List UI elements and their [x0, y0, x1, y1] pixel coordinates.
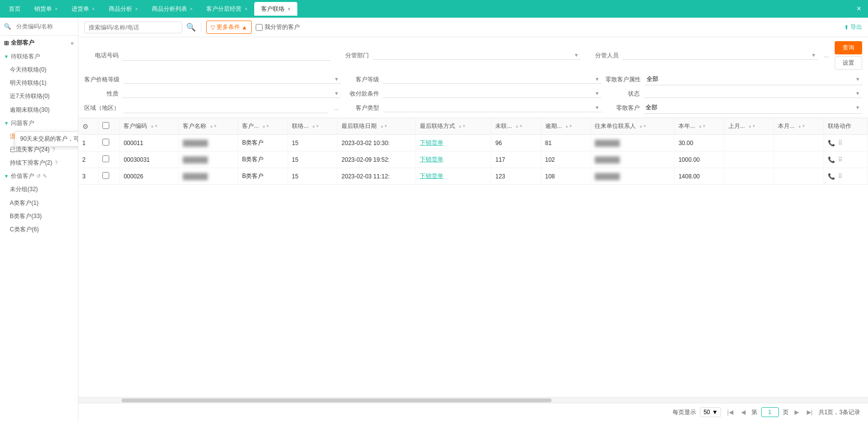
- filter-person-select[interactable]: ▼: [623, 51, 818, 60]
- last-method-link[interactable]: 下销货单: [420, 139, 443, 146]
- sort-name-icon[interactable]: ▲▼: [210, 124, 217, 128]
- select-all-checkbox[interactable]: [102, 122, 109, 129]
- col-this-year-label: 本年...: [678, 123, 695, 129]
- tab-customer-contact-close[interactable]: ×: [288, 6, 290, 12]
- tab-goods-analysis-close[interactable]: ×: [135, 6, 138, 12]
- sort-last-date-icon[interactable]: ▲▼: [380, 124, 388, 128]
- filter-retail-customer-select[interactable]: 全部▼: [644, 102, 862, 114]
- search-button[interactable]: 🔍: [186, 23, 196, 32]
- prev-page-btn[interactable]: ◀: [739, 408, 747, 417]
- sidebar-search-input[interactable]: [13, 22, 74, 31]
- sidebar-group-churn[interactable]: ▼ 问题客户: [0, 117, 78, 130]
- more-btn-2[interactable]: ...: [332, 104, 341, 111]
- edit-icon[interactable]: ✎: [43, 173, 47, 179]
- sort-contact-icon[interactable]: ▲▼: [312, 124, 319, 128]
- action-more-icon[interactable]: ⠿: [838, 140, 843, 147]
- sidebar-item-a-class[interactable]: A类客户(1): [0, 197, 78, 210]
- sort-last-method-icon[interactable]: ▲▼: [458, 124, 466, 128]
- sidebar-item-overdue[interactable]: 逾期未联络(30): [0, 103, 78, 117]
- more-btn-1[interactable]: ...: [822, 52, 831, 59]
- sort-this-year-icon[interactable]: ▲▼: [698, 124, 706, 128]
- sort-this-month-icon[interactable]: ▲▼: [798, 124, 806, 128]
- sidebar-group-pending[interactable]: ▼ 待联络客户: [0, 50, 78, 63]
- cell-actions: 📞 ⠿: [823, 168, 868, 185]
- my-customers-cb[interactable]: [256, 24, 263, 31]
- tab-sales-close[interactable]: ×: [55, 6, 58, 12]
- filter-region: 区域（地区） ...: [84, 103, 341, 113]
- chevron-down-icon-footer: ▼: [712, 409, 718, 416]
- sort-overdue-icon[interactable]: ▲▼: [565, 124, 573, 128]
- table-footer: 每页显示 50 ▼ |◀ ◀ 第 页 ▶ ▶| 共1页，3条记录: [78, 403, 868, 421]
- row-checkbox-1[interactable]: [102, 155, 109, 162]
- filter-payment-select[interactable]: ▼: [383, 89, 602, 98]
- row-checkbox-0[interactable]: [102, 139, 109, 146]
- more-conditions-btn[interactable]: ▽ 更多条件 ▲: [206, 21, 252, 34]
- sidebar-item-c-class[interactable]: C类客户(6): [0, 223, 78, 236]
- filter-status-select[interactable]: ▼: [644, 89, 862, 98]
- tab-customer-segment[interactable]: 客户分层经营 ×: [199, 2, 254, 16]
- cell-index: 2: [78, 151, 98, 168]
- query-button[interactable]: 查询: [835, 41, 862, 54]
- tab-customer-contact[interactable]: 客户联络 ×: [254, 2, 297, 16]
- filter-retail-customer-label: 零散客户: [605, 104, 640, 112]
- my-customers-checkbox[interactable]: 我分管的客户: [256, 23, 300, 31]
- cell-last-month: [724, 168, 774, 185]
- table-row: 3 000026 ██████ B类客户 15 2023-02-03 11:12…: [78, 168, 868, 185]
- cell-last-method: 下销货单: [415, 135, 491, 151]
- filter-dept-select[interactable]: ▼: [373, 51, 581, 60]
- scroll-thumb[interactable]: [121, 398, 552, 402]
- filter-nature-select[interactable]: ▼: [122, 89, 341, 98]
- tab-goods-analysis-list[interactable]: 商品分析列表 ×: [145, 2, 200, 16]
- last-method-link[interactable]: 下销货单: [420, 173, 443, 179]
- tab-purchase[interactable]: 进货单 ×: [65, 2, 102, 16]
- sidebar-item-today[interactable]: 今天待联络(0): [0, 63, 78, 76]
- filter-status-label: 状态: [605, 90, 640, 98]
- refresh-icon[interactable]: ↺: [36, 173, 41, 179]
- more-conditions-label: 更多条件: [217, 23, 240, 31]
- question-icon-2: ?: [55, 160, 58, 166]
- sort-type-icon[interactable]: ▲▼: [262, 124, 270, 128]
- filter-price-level-select[interactable]: ▼: [123, 75, 341, 84]
- window-close-button[interactable]: ×: [852, 4, 866, 13]
- next-page-btn[interactable]: ▶: [793, 408, 801, 417]
- first-page-btn[interactable]: |◀: [725, 408, 735, 417]
- filter-customer-type-select[interactable]: ▼: [383, 103, 602, 112]
- action-more-icon[interactable]: ⠿: [838, 156, 843, 163]
- tab-goods-analysis[interactable]: 商品分析 ×: [102, 2, 145, 16]
- export-btn[interactable]: ⬆ 导出: [844, 23, 862, 31]
- gear-icon[interactable]: ⚙: [82, 123, 89, 130]
- filter-phone-input[interactable]: [122, 50, 331, 61]
- tab-customer-segment-close[interactable]: ×: [244, 6, 247, 12]
- last-page-btn[interactable]: ▶|: [805, 408, 815, 417]
- action-contact-icon[interactable]: 📞: [828, 173, 835, 180]
- sidebar-item-b-class[interactable]: B类客户(33): [0, 210, 78, 223]
- sidebar-item-declining[interactable]: 持续下滑客户(2) ?: [0, 156, 78, 170]
- sort-not-contacted-icon[interactable]: ▲▼: [515, 124, 523, 128]
- sidebar-collapse-btn[interactable]: «: [71, 40, 74, 47]
- action-more-icon[interactable]: ⠿: [838, 173, 843, 180]
- settings-button[interactable]: 设置: [835, 56, 862, 70]
- sidebar-all-customers[interactable]: ⊞ 全部客户 «: [0, 36, 78, 50]
- last-method-link[interactable]: 下销货单: [420, 156, 443, 163]
- sidebar-item-tomorrow[interactable]: 明天待联络(1): [0, 76, 78, 90]
- tab-purchase-close[interactable]: ×: [92, 6, 95, 12]
- sidebar-item-7days[interactable]: 近7天待联络(0): [0, 90, 78, 103]
- tab-sales[interactable]: 销货单 ×: [27, 2, 65, 16]
- sort-code-icon[interactable]: ▲▼: [150, 124, 158, 128]
- per-page-select[interactable]: 50 ▼: [700, 407, 721, 417]
- sort-last-month-icon[interactable]: ▲▼: [748, 124, 756, 128]
- sidebar-group-value[interactable]: ▼ 价值客户 ↺ ✎: [0, 170, 78, 183]
- row-checkbox-2[interactable]: [102, 172, 109, 179]
- filter-customer-level-select[interactable]: ▼: [383, 75, 602, 84]
- tab-goods-analysis-list-close[interactable]: ×: [190, 6, 193, 12]
- page-input[interactable]: [761, 407, 779, 417]
- filter-retail-attr-select[interactable]: 全部▼: [645, 74, 862, 85]
- tab-home[interactable]: 首页: [2, 2, 27, 16]
- scroll-bar[interactable]: [78, 397, 868, 403]
- sidebar-item-ungroup[interactable]: 未分组(32): [0, 183, 78, 196]
- filter-region-input[interactable]: [123, 103, 328, 113]
- action-contact-icon[interactable]: 📞: [828, 156, 835, 163]
- action-contact-icon[interactable]: 📞: [828, 140, 835, 147]
- search-input[interactable]: [84, 22, 182, 33]
- sort-unit-contact-icon[interactable]: ▲▼: [639, 124, 647, 128]
